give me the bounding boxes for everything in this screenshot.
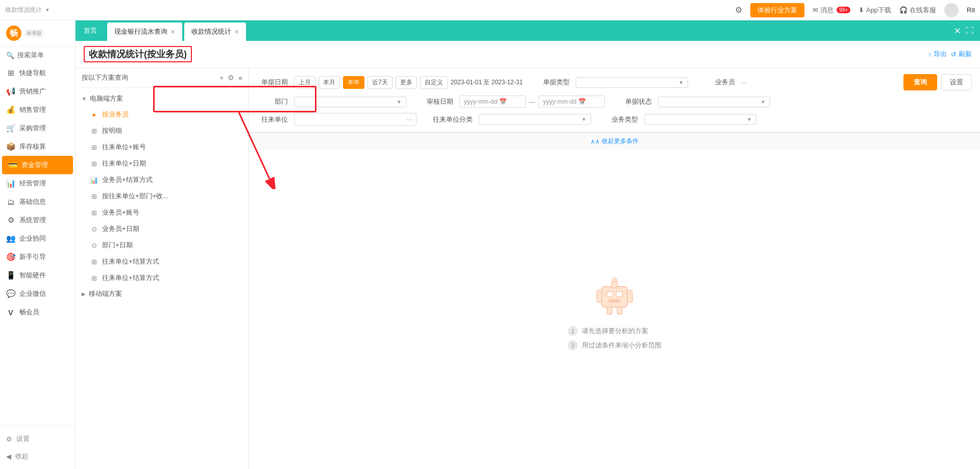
tree-item-label: 往来单位+结算方式 [102,273,159,283]
filter-row-3: 往来单位 ··· 往来单位分类 ▼ 业务类型 [257,113,972,126]
date-last-7[interactable]: 近7天 [368,76,393,89]
refresh-button[interactable]: ↺ 刷新 [951,50,972,59]
biz-type-chevron-down-icon: ▼ [747,116,752,122]
tree-item-by-detail[interactable]: ⊞ 按明细 [76,123,249,139]
tree-group-mobile-header[interactable]: ▶ 移动端方案 [76,286,249,301]
sidebar-item-label: 新手引导 [19,252,46,262]
sidebar-item-hardware[interactable]: 📱 智能硬件 [0,266,75,285]
tree-item-icon: ⊞ [90,257,98,266]
sidebar-item-system[interactable]: ⚙ 系统管理 [0,211,75,229]
empty-step-2: 2 用过滤条件来缩小分析范围 [568,340,662,350]
sidebar-item-guide[interactable]: 🎯 新手引导 [0,248,75,266]
sidebar-item-basic[interactable]: 🗂 基础信息 [0,193,75,211]
tree-item-label: 部门+日期 [102,241,133,250]
calendar-icon: 📅 [578,98,586,105]
query-button[interactable]: 查询 [903,74,937,90]
type-select[interactable]: ▼ [576,77,688,88]
app-layout: 畅 标准版 🔍 搜索菜单 ⊞ 快捷导航 📢 营销推广 💰 销售管理 🛒 采购管理… [0,0,980,469]
sidebar-item-inventory[interactable]: 📦 库存核算 [0,137,75,156]
sidebar-item-vip[interactable]: V 畅会员 [0,303,75,321]
tree-item-dept-date[interactable]: ⊙ 部门+日期 [76,237,249,253]
tab-receipt-stats[interactable]: 收款情况统计 ✕ [184,22,246,41]
biz-type-select[interactable]: ▼ [644,114,756,125]
biz-type-label: 业务类型 [607,115,638,124]
sidebar-item-quick-nav[interactable]: ⊞ 快捷导航 [0,64,75,82]
step-1-text: 请先选择要分析的方案 [582,326,648,336]
tree-item-by-salesman[interactable]: ● 按业务员 [76,106,249,123]
dept-select[interactable]: ▼ [294,97,406,107]
unit-select[interactable]: ··· [294,113,416,126]
app-download-button[interactable]: ⬇ App下载 [859,6,891,15]
search-menu-button[interactable]: 🔍 搜索菜单 [0,46,75,64]
sidebar-item-sales[interactable]: 💰 销售管理 [0,101,75,119]
date-separator: — [529,98,535,106]
date-custom[interactable]: 自定义 [420,76,448,89]
search-menu-label: 搜索菜单 [17,51,44,60]
sidebar-item-label: 畅会员 [19,308,39,317]
tab-maximize-icon[interactable]: ⛶ [966,26,974,35]
audit-start-input[interactable]: yyyy-mm-dd 📅 [459,96,526,108]
audit-start-placeholder: yyyy-mm-dd [464,98,497,105]
scheme-gear-button[interactable]: ⚙ [228,74,234,82]
scheme-add-button[interactable]: + [219,74,224,82]
sidebar-item-label: 销售管理 [19,105,46,114]
sidebar-item-marketing[interactable]: 📢 营销推广 [0,82,75,101]
tree-expand-icon: ▼ [82,96,87,102]
trial-button[interactable]: 体验行业方案 [750,3,804,17]
step-1-num: 1 [568,326,578,336]
breadcrumb-text: 收款情况统计 [5,6,42,14]
scheme-collapse-button[interactable]: « [238,74,242,82]
tree-item-salesman-date[interactable]: ⊙ 业务员+日期 [76,221,249,237]
tree-item-label: 按明细 [102,126,122,135]
tree-group-mobile: ▶ 移动端方案 [76,286,249,301]
user-name: Rit [967,6,975,14]
sidebar-logo: 畅 标准版 [0,20,75,46]
date-this-month[interactable]: 本月 [318,76,340,89]
app-tag: 标准版 [24,29,44,37]
tab-receipt-stats-close[interactable]: ✕ [234,29,239,35]
tree-item-unit-account[interactable]: ⊞ 往来单位+账号 [76,139,249,155]
sidebar-item-purchase[interactable]: 🛒 采购管理 [0,119,75,137]
collapse-bar[interactable]: ∧∧ 收起更多条件 [249,132,980,150]
date-more[interactable]: 更多 [396,76,417,89]
user-avatar[interactable] [944,3,959,17]
date-this-year[interactable]: 本年 [343,76,364,89]
header-right: ⚙ 体验行业方案 ✉ 消息 99+ ⬇ App下载 🎧 在线客服 Rit [735,3,975,17]
audit-end-input[interactable]: yyyy-mm-dd 📅 [538,96,605,108]
tree-item-salesman-account[interactable]: ⊞ 业务员+账号 [76,204,249,221]
tree-item-unit-date[interactable]: ⊞ 往来单位+日期 [76,155,249,172]
breadcrumb-area: 收款情况统计 ▼ [5,6,735,14]
doc-status-select[interactable]: ▼ [658,97,770,107]
app-logo: 畅 [6,26,21,41]
filter-row-2: 部门 ▼ 审核日期 yyyy-mm-dd 📅 [257,96,972,108]
sidebar-item-finance[interactable]: 💳 资金管理 [2,156,73,174]
sidebar-settings-button[interactable]: ⚙ 设置 [0,430,75,448]
tree-group-desktop-header[interactable]: ▼ 电脑端方案 [76,91,249,106]
message-label: 消息 [820,6,834,15]
tree-item-unit-settle3[interactable]: ⊞ 往来单位+结算方式 [76,270,249,286]
date-options: 上月 本月 本年 近7天 更多 自定义 2023-01-01 至 2023-12… [294,76,523,89]
date-prev-month[interactable]: 上月 [294,76,315,89]
tree-item-unit-settle2[interactable]: ⊞ 往来单位+结算方式 [76,253,249,270]
empty-steps: 1 请先选择要分析的方案 2 用过滤条件来缩小分析范围 [568,326,662,350]
tab-bank-flow-close[interactable]: ✕ [170,29,175,35]
unit-type-select[interactable]: ▼ [479,114,591,125]
sidebar-collapse-button[interactable]: ◀ 收起 [0,448,75,465]
settings-gear-icon[interactable]: ⚙ [735,5,742,15]
export-button[interactable]: ↑ 导出 [928,50,947,59]
tab-close-all-icon[interactable]: ✕ [954,26,961,36]
tree-item-icon: ⊙ [90,225,98,233]
refresh-label: 刷新 [959,50,972,59]
sidebar-item-operations[interactable]: 📊 经营管理 [0,174,75,193]
message-button[interactable]: ✉ 消息 99+ [813,6,850,15]
sidebar-item-label: 快捷导航 [19,68,46,78]
online-service-button[interactable]: 🎧 在线客服 [899,6,936,15]
sidebar-item-wechat[interactable]: 💬 企业微信 [0,285,75,303]
tree-item-unit-dept-receipt[interactable]: ⊞ 按往来单位+部门+收... [76,188,249,204]
setting-button[interactable]: 设置 [941,74,972,90]
tree-item-salesman-settle[interactable]: 📊 业务员+结算方式 [76,172,249,188]
tab-home[interactable]: 首页 [76,20,105,41]
sidebar-item-corp[interactable]: 👥 企业协同 [0,229,75,248]
salesman-label: 业务员 [704,78,735,87]
tab-bank-flow[interactable]: 现金银行流水查询 ✕ [107,22,182,41]
